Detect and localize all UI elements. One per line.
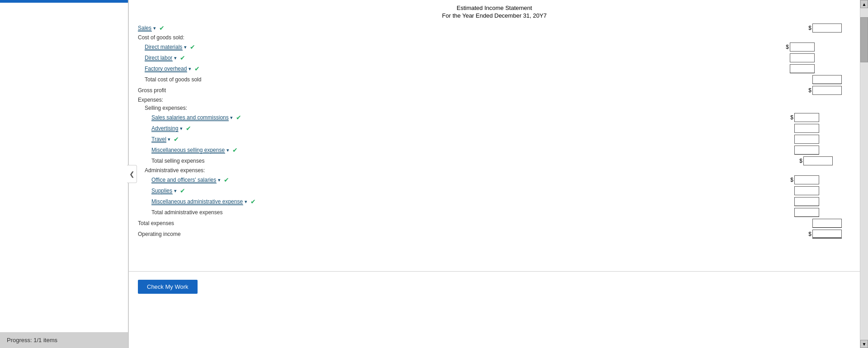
statement-wrapper: Estimated Income Statement For the Year … (129, 0, 860, 271)
ss-dollar-sign: $ (790, 114, 793, 121)
sales-dropdown[interactable]: Sales (138, 25, 152, 32)
total-cogs-input[interactable] (812, 75, 842, 84)
sales-dropdown-arrow[interactable]: ▾ (153, 25, 156, 31)
gross-profit-input[interactable] (812, 86, 842, 95)
supplies-input[interactable] (794, 186, 819, 195)
supplies-dropdown-arrow[interactable]: ▾ (174, 188, 177, 194)
office-salaries-input[interactable] (794, 175, 819, 184)
direct-labor-label-container: Direct labor ▾ ✔ (145, 54, 294, 61)
expenses-header-row: Expenses: (138, 97, 851, 103)
cogs-label: Cost of goods sold: (138, 34, 184, 41)
sales-salaries-row: Sales salaries and commissions ▾ ✔ $ (138, 113, 851, 122)
direct-materials-input[interactable] (790, 42, 815, 52)
operating-income-input[interactable] (812, 230, 842, 239)
travel-dropdown-arrow[interactable]: ▾ (168, 136, 170, 142)
scrollbar-down-arrow[interactable]: ▼ (860, 340, 868, 348)
travel-dropdown[interactable]: Travel (151, 136, 166, 143)
total-expenses-row: Total expenses (138, 219, 851, 228)
advertising-input[interactable] (794, 124, 819, 133)
direct-materials-dropdown-arrow[interactable]: ▾ (184, 44, 187, 50)
ts-dollar-sign: $ (799, 158, 802, 164)
total-selling-row: Total selling expenses $ (138, 156, 851, 165)
total-admin-input[interactable] (794, 208, 819, 217)
misc-selling-dropdown-arrow[interactable]: ▾ (226, 147, 229, 153)
factory-overhead-dropdown[interactable]: Factory overhead (145, 66, 187, 72)
misc-admin-input[interactable] (794, 197, 819, 206)
office-salaries-label-container: Office and officers' salaries ▾ ✔ (151, 176, 301, 183)
sales-salaries-dropdown-arrow[interactable]: ▾ (230, 115, 233, 121)
total-cogs-label: Total cost of goods sold (145, 76, 201, 83)
direct-labor-dropdown-arrow[interactable]: ▾ (174, 55, 177, 61)
misc-selling-input[interactable] (794, 146, 819, 155)
sales-check-icon: ✔ (159, 24, 165, 32)
direct-materials-label-container: Direct materials ▾ ✔ (145, 43, 294, 51)
direct-labor-check-icon: ✔ (180, 54, 185, 61)
misc-admin-label-container: Miscellaneous administrative expense ▾ ✔ (151, 198, 301, 205)
supplies-check-icon: ✔ (180, 187, 185, 194)
advertising-check-icon: ✔ (186, 125, 191, 132)
direct-materials-row: Direct materials ▾ ✔ $ (138, 42, 851, 52)
supplies-row: Supplies ▾ ✔ (138, 186, 851, 195)
progress-label: Progress: 1/1 items (7, 337, 57, 343)
statement-title: Estimated Income Statement (138, 5, 851, 11)
direct-labor-dropdown[interactable]: Direct labor (145, 55, 173, 61)
travel-input[interactable] (794, 135, 819, 144)
check-my-work-button[interactable]: Check My Work (138, 280, 198, 294)
total-expenses-input[interactable] (812, 219, 842, 228)
total-selling-label: Total selling expenses (151, 158, 204, 164)
sidebar-toggle-button[interactable]: ❮ (127, 165, 137, 183)
os-dollar-sign: $ (790, 177, 793, 183)
direct-materials-dropdown[interactable]: Direct materials (145, 44, 183, 51)
selling-expenses-label: Selling expenses: (145, 105, 187, 111)
operating-income-label: Operating income (138, 231, 181, 237)
total-selling-input[interactable] (803, 156, 833, 165)
sidebar: Progress: 1/1 items ❮ (0, 0, 129, 348)
misc-selling-label-container: Miscellaneous selling expense ▾ ✔ (151, 146, 301, 154)
sales-salaries-check-icon: ✔ (236, 114, 241, 121)
total-admin-row: Total administrative expenses (138, 208, 851, 217)
office-salaries-dropdown-arrow[interactable]: ▾ (218, 177, 221, 183)
advertising-dropdown-arrow[interactable]: ▾ (180, 126, 183, 132)
office-salaries-dropdown[interactable]: Office and officers' salaries (151, 177, 217, 183)
admin-expenses-header-row: Administrative expenses: (138, 167, 851, 174)
statement-subtitle: For the Year Ended December 31, 20Y7 (138, 12, 851, 19)
main-content: Estimated Income Statement For the Year … (129, 0, 860, 348)
advertising-dropdown[interactable]: Advertising (151, 125, 179, 132)
misc-admin-check-icon: ✔ (250, 198, 256, 205)
cogs-header-row: Cost of goods sold: (138, 34, 851, 41)
total-expenses-label: Total expenses (138, 220, 174, 226)
supplies-dropdown[interactable]: Supplies (151, 188, 173, 194)
travel-check-icon: ✔ (174, 136, 179, 143)
selling-expenses-header-row: Selling expenses: (138, 105, 851, 111)
office-salaries-row: Office and officers' salaries ▾ ✔ $ (138, 175, 851, 184)
sales-salaries-label-container: Sales salaries and commissions ▾ ✔ (151, 114, 301, 121)
travel-row: Travel ▾ ✔ (138, 135, 851, 144)
sales-dollar-sign: $ (808, 25, 811, 31)
misc-admin-dropdown-arrow[interactable]: ▾ (245, 199, 247, 205)
gross-profit-row: Gross profit $ (138, 86, 851, 95)
misc-admin-dropdown[interactable]: Miscellaneous administrative expense (151, 198, 243, 205)
factory-overhead-dropdown-arrow[interactable]: ▾ (189, 66, 191, 72)
advertising-row: Advertising ▾ ✔ (138, 124, 851, 133)
oi-dollar-sign: $ (808, 231, 811, 237)
sales-salaries-dropdown[interactable]: Sales salaries and commissions (151, 114, 229, 121)
toggle-arrow-icon: ❮ (129, 170, 135, 178)
direct-labor-input[interactable] (790, 53, 815, 62)
sales-input[interactable] (812, 24, 842, 33)
scrollbar-thumb[interactable] (860, 17, 868, 62)
sidebar-content (0, 3, 128, 332)
total-admin-label: Total administrative expenses (151, 209, 222, 216)
scrollbar-track (860, 62, 868, 340)
office-salaries-check-icon: ✔ (224, 176, 229, 183)
admin-expenses-label: Administrative expenses: (145, 167, 205, 174)
sales-salaries-input[interactable] (794, 113, 819, 122)
supplies-label-container: Supplies ▾ ✔ (151, 187, 301, 194)
factory-overhead-input[interactable] (790, 64, 815, 73)
dm-dollar-sign: $ (786, 44, 789, 50)
misc-selling-dropdown[interactable]: Miscellaneous selling expense (151, 147, 225, 154)
gross-profit-label: Gross profit (138, 87, 166, 94)
misc-selling-check-icon: ✔ (232, 146, 238, 154)
factory-overhead-label-container: Factory overhead ▾ ✔ (145, 65, 294, 72)
scrollbar-up-arrow[interactable]: ▲ (860, 0, 868, 8)
sales-label-container: Sales ▾ ✔ (138, 24, 287, 32)
